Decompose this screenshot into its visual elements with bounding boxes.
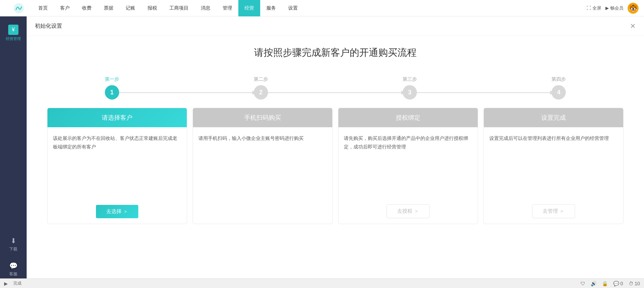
card-body-3: 请先购买，购买后选择开通的产品中的企业用户进行授权绑定，成功后即可进行经营管理 (338, 127, 478, 199)
card-body-2: 请用手机扫码，输入小微企业主账号密码进行购买 (193, 127, 332, 213)
step-2-label: 第二步 (254, 76, 268, 82)
nav-item-管理[interactable]: 管理 (216, 0, 238, 16)
wizard-headline: 请按照步骤完成新客户的开通购买流程 (47, 46, 624, 59)
wizard-card-4: 设置完成设置完成后可以在管理列表进行所有企业用户的经营管理去管理 ＞ (484, 108, 624, 224)
nav-item-工商项目[interactable]: 工商项目 (163, 0, 195, 16)
status-text: 完成 (13, 280, 22, 286)
play-icon: ▶ (605, 5, 609, 11)
card-footer-4: 去管理 ＞ (484, 199, 623, 224)
fullscreen-icon: ⛶ (587, 5, 591, 11)
nav-item-报税[interactable]: 报税 (141, 0, 163, 16)
sidebar: ¥ 经营管理 ⬇ 下载 💬 客服 (0, 16, 27, 288)
nav-item-记账[interactable]: 记账 (120, 0, 141, 16)
download-icon: ⬇ (11, 237, 16, 245)
nav-item-收费[interactable]: 收费 (76, 0, 98, 16)
sidebar-item-download[interactable]: ⬇ 下载 (0, 233, 27, 256)
fullscreen-btn[interactable]: ⛶ 全屏 (587, 5, 601, 11)
nav-item-首页[interactable]: 首页 (32, 0, 54, 16)
sidebar-label-download: 下载 (9, 246, 17, 252)
status-bar: ▶ 完成 🛡 🔊 🔒 💬 0 ⏱ 10 (0, 278, 644, 288)
play-status-icon: ▶ (4, 281, 8, 286)
sidebar-label-service: 客服 (9, 271, 17, 277)
shield-icon: 🛡 (580, 281, 585, 286)
step-2-circle: 2 (254, 85, 268, 100)
step-4-circle: 4 (551, 85, 566, 100)
card-action-btn-4: 去管理 ＞ (532, 204, 575, 218)
step-connector-2-3 (268, 92, 403, 93)
step-node-2: 第二步 2 (254, 76, 268, 100)
step-connector-1-2 (119, 92, 254, 93)
card-footer-3: 去授权 ＞ (338, 199, 478, 224)
card-footer-2 (193, 213, 332, 224)
sidebar-item-jingyingguanli[interactable]: ¥ 经营管理 (0, 21, 27, 45)
step-node-1: 第一步 1 (105, 76, 119, 100)
fullscreen-label: 全屏 (592, 5, 601, 11)
nav-right: ⛶ 全屏 ▶ 畅会员 🐯 (587, 3, 639, 14)
card-header-3: 授权绑定 (338, 108, 478, 127)
lock-icon: 🔒 (602, 281, 608, 286)
step-1-label: 第一步 (105, 76, 119, 82)
nav-item-经营[interactable]: 经营 (238, 0, 260, 16)
wizard-card-3: 授权绑定请先购买，购买后选择开通的产品中的企业用户进行授权绑定，成功后即可进行经… (338, 108, 478, 224)
nav-item-消息[interactable]: 消息 (195, 0, 216, 16)
logo (5, 3, 32, 14)
service-icon: 💬 (9, 262, 18, 270)
step-3-label: 第三步 (403, 76, 417, 82)
nav-item-票据[interactable]: 票据 (98, 0, 120, 16)
wizard-card-1: 请选择客户该处展示的客户为不在回收站、客户状态正常建账后完成老板端绑定的所有客户… (47, 108, 187, 224)
avatar[interactable]: 🐯 (628, 3, 639, 14)
steps-row-wrapper: 第一步 1 第二步 2 第三步 3 (47, 76, 624, 100)
nav-item-服务[interactable]: 服务 (260, 0, 282, 16)
sidebar-label-jingyingguanli: 经营管理 (6, 36, 21, 41)
step-connector-3-4 (417, 92, 551, 93)
page-title: 初始化设置 (35, 23, 62, 30)
close-button[interactable]: ✕ (630, 22, 636, 30)
sidebar-item-service[interactable]: 💬 客服 (0, 258, 27, 281)
timer-count: ⏱ 10 (629, 281, 640, 286)
status-bar-right: 🛡 🔊 🔒 💬 0 ⏱ 10 (580, 281, 640, 286)
wizard-area: 请按照步骤完成新客户的开通购买流程 第一步 1 第二步 2 (27, 36, 644, 234)
top-nav: 首页客户收费票据记账报税工商项目消息管理经营服务设置 ⛶ 全屏 ▶ 畅会员 🐯 (0, 0, 644, 16)
card-action-btn-1[interactable]: 去选择 ＞ (96, 205, 138, 218)
step-node-4: 第四步 4 (551, 76, 566, 100)
card-body-4: 设置完成后可以在管理列表进行所有企业用户的经营管理 (484, 127, 623, 199)
volume-icon: 🔊 (591, 281, 597, 286)
step-3-circle: 3 (403, 85, 417, 100)
step-node-3: 第三步 3 (403, 76, 417, 100)
wizard-card-2: 手机扫码购买请用手机扫码，输入小微企业主账号密码进行购买 (193, 108, 333, 224)
step-4-label: 第四步 (551, 76, 566, 82)
card-header-2: 手机扫码购买 (193, 108, 332, 127)
card-header-4: 设置完成 (484, 108, 623, 127)
card-footer-1: 去选择 ＞ (47, 199, 187, 224)
membership-btn[interactable]: ▶ 畅会员 (605, 5, 624, 11)
main-content: 初始化设置 ✕ 请按照步骤完成新客户的开通购买流程 第一步 1 第二步 2 (27, 16, 644, 288)
nav-item-客户[interactable]: 客户 (54, 0, 76, 16)
nav-item-设置[interactable]: 设置 (282, 0, 304, 16)
page-header: 初始化设置 ✕ (27, 16, 644, 36)
cards-row: 请选择客户该处展示的客户为不在回收站、客户状态正常建账后完成老板端绑定的所有客户… (47, 108, 624, 224)
nav-items: 首页客户收费票据记账报税工商项目消息管理经营服务设置 (32, 0, 587, 16)
step-1-circle: 1 (105, 85, 119, 100)
message-count: 💬 0 (613, 281, 623, 286)
card-body-1: 该处展示的客户为不在回收站、客户状态正常建账后完成老板端绑定的所有客户 (47, 127, 187, 199)
membership-label: 畅会员 (610, 5, 624, 11)
yuan-icon: ¥ (8, 25, 18, 35)
card-action-btn-3: 去授权 ＞ (387, 204, 430, 218)
card-header-1: 请选择客户 (47, 108, 187, 127)
